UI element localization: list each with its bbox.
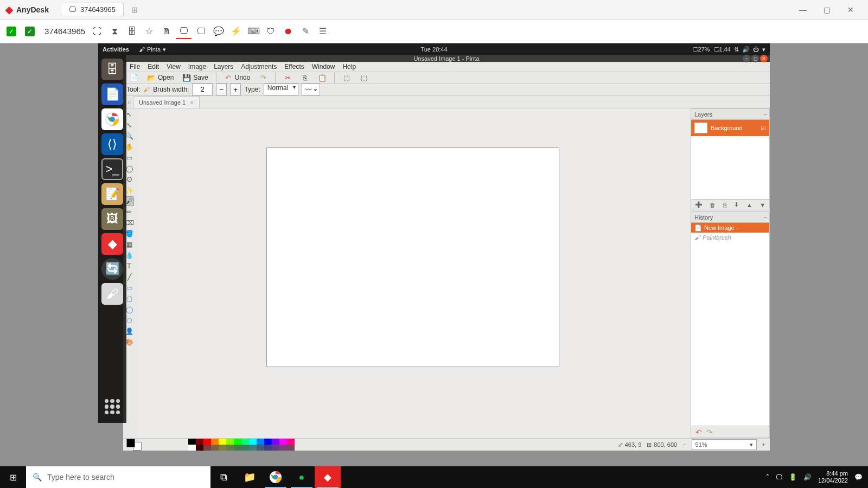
new-button[interactable]: 📄 (126, 72, 142, 83)
palette-color[interactable] (249, 439, 257, 445)
history-redo-icon[interactable]: ↷ (706, 428, 713, 436)
chevron-down-icon[interactable]: ▾ (762, 46, 765, 53)
dock-image-viewer[interactable]: 🖼 (101, 208, 123, 230)
history-panel-header[interactable]: History − (691, 212, 769, 223)
menu-effects[interactable]: Effects (281, 62, 307, 72)
minimize-button[interactable]: — (791, 1, 815, 18)
foreground-color[interactable] (126, 439, 135, 447)
maximize-button[interactable]: ▢ (815, 1, 839, 18)
palette-color[interactable] (196, 439, 203, 445)
canvas-area[interactable] (135, 108, 691, 438)
menu-image[interactable]: Image (185, 62, 209, 72)
network-icon[interactable]: ⇅ (734, 46, 739, 53)
activities-button[interactable]: Activities (103, 46, 129, 53)
screenshot-icon[interactable]: ⛶ (90, 24, 105, 39)
deselect-button[interactable]: ⬚ (356, 72, 372, 83)
layer-delete-icon[interactable]: 🗑 (710, 202, 716, 208)
palette-color[interactable] (287, 439, 295, 445)
search-box[interactable]: 🔍 Type here to search (26, 466, 210, 488)
cut-button[interactable]: ✂ (280, 72, 295, 83)
palette-color[interactable] (264, 439, 272, 445)
dock-notes[interactable]: 📝 (101, 183, 123, 205)
chat-icon[interactable]: 💬 (211, 24, 226, 39)
brush-width-input[interactable] (192, 84, 213, 95)
dock-writer[interactable]: 📄 (101, 84, 123, 105)
dock-files[interactable]: 🗄 (101, 59, 123, 80)
palette-color[interactable] (287, 445, 295, 451)
palette-color[interactable] (196, 445, 203, 451)
actions-icon[interactable]: ⚡ (228, 24, 244, 39)
dock-pinta[interactable]: 🖌 (101, 283, 123, 305)
history-item[interactable]: 🖌 Paintbrush (691, 233, 769, 242)
dock-vscode[interactable]: ⟨⟩ (101, 133, 123, 155)
zoom-out-icon[interactable]: − (682, 441, 686, 448)
new-tab-icon[interactable]: ⊞ (131, 5, 138, 14)
power-icon[interactable]: ⏻ (753, 46, 759, 53)
dock-chrome[interactable] (101, 108, 123, 130)
brush-type-select[interactable]: Normal (264, 84, 299, 95)
keyboard-icon[interactable]: ⌨ (246, 24, 261, 39)
record-icon[interactable]: ⏺ (280, 24, 296, 39)
tray-notifications-icon[interactable]: 💬 (854, 473, 863, 481)
palette-color[interactable] (249, 445, 257, 451)
palette-color[interactable] (279, 439, 287, 445)
taskbar-task-view[interactable]: ⧉ (210, 466, 237, 488)
close-tab-icon[interactable]: × (190, 99, 193, 106)
favorite-icon[interactable]: ☆ (142, 24, 157, 39)
menu-view[interactable]: View (163, 62, 184, 72)
layer-up-icon[interactable]: ▲ (746, 202, 752, 208)
menu-help[interactable]: Help (339, 62, 359, 72)
layer-visible-checkbox[interactable]: ☑ (761, 125, 766, 132)
menu-window[interactable]: Window (309, 62, 339, 72)
pinta-minimize-button[interactable]: − (743, 55, 750, 62)
dock-anydesk[interactable]: ◆ (101, 233, 123, 255)
menu-edit[interactable]: Edit (144, 62, 162, 72)
close-button[interactable]: ✕ (839, 1, 863, 18)
pinta-maximize-button[interactable]: ◻ (751, 55, 759, 62)
anydesk-session-tab[interactable]: 🖵 374643965 (61, 3, 124, 16)
file-icon[interactable]: 🗎 (159, 24, 174, 39)
crop-button[interactable]: ⬚ (339, 72, 354, 83)
taskbar-anydesk[interactable]: ◆ (315, 466, 341, 488)
start-button[interactable]: ⊞ (0, 466, 26, 488)
pinta-title-bar[interactable]: Unsaved Image 1 - Pinta − ◻ ✕ (123, 55, 770, 62)
layer-duplicate-icon[interactable]: ⎘ (723, 202, 727, 208)
palette-color[interactable] (272, 439, 279, 445)
ubuntu-clock[interactable]: Tue 20:44 (420, 46, 447, 53)
taskbar-spotify[interactable]: ● (289, 466, 315, 488)
palette-color[interactable] (241, 445, 249, 451)
layer-merge-icon[interactable]: ⬇ (734, 201, 739, 208)
palette-color[interactable] (226, 439, 234, 445)
paste-button[interactable]: 📋 (315, 72, 330, 83)
shield-icon[interactable]: 🛡 (263, 24, 278, 39)
brush-increase-button[interactable]: + (230, 84, 241, 95)
zoom-select[interactable]: 91% (692, 439, 757, 450)
palette-color[interactable] (234, 445, 241, 451)
layer-down-icon[interactable]: ▼ (760, 202, 765, 208)
line-style-select[interactable]: 〰 ▾ (302, 84, 320, 95)
history-item[interactable]: 📄 New Image (691, 223, 769, 233)
menu-layers[interactable]: Layers (210, 62, 237, 72)
zoom-in-icon[interactable]: + (762, 441, 765, 448)
palette-color[interactable] (203, 445, 211, 451)
volume-icon[interactable]: 🔊 (742, 46, 750, 53)
whiteboard-icon[interactable]: ✎ (298, 24, 313, 39)
palette-color[interactable] (219, 445, 226, 451)
palette-color[interactable] (188, 445, 196, 451)
palette-color[interactable] (203, 439, 211, 445)
copy-button[interactable]: ⎘ (297, 72, 312, 83)
tray-chevron-icon[interactable]: ˄ (766, 473, 769, 481)
palette-color[interactable] (219, 439, 226, 445)
tray-volume-icon[interactable]: 🔊 (803, 473, 812, 481)
app-indicator[interactable]: 🖌 Pinta ▾ (139, 46, 166, 53)
minimize-panel-icon[interactable]: − (763, 214, 767, 221)
layer-add-icon[interactable]: ➕ (695, 201, 703, 208)
palette-color[interactable] (272, 445, 279, 451)
layers-panel-header[interactable]: Layers − (691, 109, 769, 120)
taskbar-clock[interactable]: 8:44 pm 12/04/2022 (818, 470, 848, 484)
undo-button[interactable]: ↶Undo (221, 72, 254, 83)
palette-color[interactable] (257, 445, 264, 451)
tray-display-icon[interactable]: 🖵 (776, 473, 782, 481)
minimize-panel-icon[interactable]: − (763, 111, 767, 118)
tab-handle-icon[interactable]: ⠿ (125, 98, 133, 108)
